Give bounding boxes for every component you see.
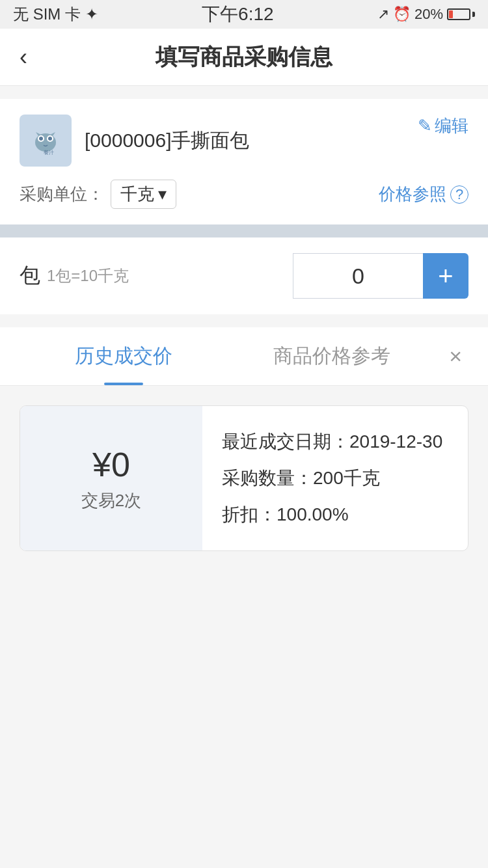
quantity-label: 包 1包=10千克 — [20, 262, 129, 290]
price-right: 最近成交日期：2019-12-30 采购数量：200千克 折扣：100.00% — [202, 406, 468, 550]
price-discount: 折扣：100.00% — [222, 502, 448, 527]
quantity-unit: 包 — [20, 262, 40, 290]
tab-history-price[interactable]: 历史成交价 — [20, 327, 228, 385]
price-card: ¥0 交易2次 最近成交日期：2019-12-30 采购数量：200千克 折扣：… — [20, 405, 468, 551]
header: ‹ 填写商品采购信息 — [0, 29, 488, 86]
quantity-row: 包 1包=10千克 + — [0, 237, 488, 314]
unit-value: 千克 — [120, 183, 154, 206]
quantity-input-group: + — [293, 253, 468, 299]
svg-point-3 — [39, 137, 43, 141]
tab-product-price-ref-label: 商品价格参考 — [273, 345, 390, 366]
svg-point-4 — [48, 137, 52, 141]
tabs-container: 历史成交价 商品价格参考 × — [0, 327, 488, 386]
unit-label: 采购单位： 千克 ▾ — [20, 180, 176, 209]
product-card: 餐汁 [0000006]手撕面包 ✎ 编辑 采购单位： 千克 ▾ 价格参照 ? — [0, 99, 488, 224]
status-right: ↗ ⏰ 20% — [377, 6, 475, 23]
product-left: 餐汁 [0000006]手撕面包 — [20, 115, 249, 167]
help-icon: ? — [450, 185, 468, 204]
tab-history-price-label: 历史成交价 — [75, 345, 172, 366]
edit-icon: ✎ — [418, 116, 432, 136]
status-left: 无 SIM 卡 ✦ — [13, 4, 98, 25]
price-times: 交易2次 — [81, 489, 141, 512]
edit-label: 编辑 — [435, 115, 468, 137]
alarm-icon: ⏰ — [393, 6, 411, 23]
svg-text:餐汁: 餐汁 — [44, 150, 54, 156]
battery-indicator — [447, 8, 475, 20]
back-button[interactable]: ‹ — [20, 44, 59, 71]
product-icon: 餐汁 — [20, 115, 72, 167]
svg-point-0 — [35, 133, 56, 152]
product-top: 餐汁 [0000006]手撕面包 ✎ 编辑 — [20, 115, 468, 167]
quantity-input[interactable] — [293, 253, 423, 299]
card-area: ¥0 交易2次 最近成交日期：2019-12-30 采购数量：200千克 折扣：… — [0, 386, 488, 581]
price-ref-label: 价格参照 — [379, 183, 446, 206]
status-time: 下午6:12 — [202, 2, 274, 27]
tab-product-price-ref[interactable]: 商品价格参考 — [228, 327, 436, 385]
price-amount: ¥0 — [92, 445, 130, 484]
price-ref-button[interactable]: 价格参照 ? — [379, 183, 468, 206]
quantity-plus-button[interactable]: + — [423, 253, 468, 299]
product-bottom: 采购单位： 千克 ▾ 价格参照 ? — [20, 180, 468, 209]
price-qty: 采购数量：200千克 — [222, 466, 448, 491]
price-left: ¥0 交易2次 — [20, 406, 202, 550]
chevron-down-icon: ▾ — [158, 184, 167, 204]
page-title: 填写商品采购信息 — [156, 42, 332, 72]
product-name: [0000006]手撕面包 — [85, 128, 249, 154]
battery-label: 20% — [414, 6, 443, 23]
quantity-hint: 1包=10千克 — [47, 265, 129, 286]
tabs-close-button[interactable]: × — [436, 331, 475, 382]
price-date: 最近成交日期：2019-12-30 — [222, 429, 448, 454]
unit-text: 采购单位： — [20, 183, 104, 206]
unit-select[interactable]: 千克 ▾ — [111, 180, 176, 209]
sim-label: 无 SIM 卡 ✦ — [13, 4, 98, 25]
section-divider — [0, 224, 488, 237]
location-icon: ↗ — [377, 6, 389, 23]
status-bar: 无 SIM 卡 ✦ 下午6:12 ↗ ⏰ 20% — [0, 0, 488, 29]
edit-button[interactable]: ✎ 编辑 — [418, 115, 468, 137]
